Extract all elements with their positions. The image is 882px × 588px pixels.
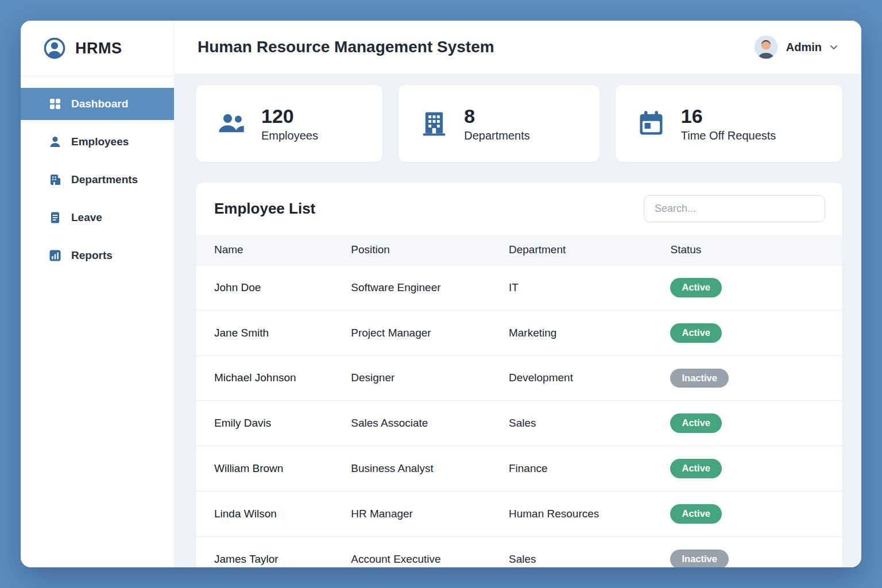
page-title: Human Resource Management System bbox=[198, 38, 494, 56]
stat-card-employees: 120 Employees bbox=[196, 85, 382, 162]
cell-name: Jane Smith bbox=[196, 310, 351, 355]
cell-department: Finance bbox=[509, 446, 671, 492]
topbar: Human Resource Management System Admin bbox=[175, 21, 861, 74]
cell-position: Business Analyst bbox=[351, 446, 509, 492]
cell-status: Active bbox=[670, 401, 842, 446]
sidebar-item-label: Employees bbox=[71, 136, 129, 148]
sidebar-item-label: Departments bbox=[71, 173, 138, 186]
chevron-down-icon bbox=[829, 42, 838, 52]
status-badge: Active bbox=[670, 278, 722, 297]
sidebar-item-label: Reports bbox=[71, 249, 113, 262]
stat-card-departments: 8 Departments bbox=[399, 85, 599, 162]
table-header-row: Name Position Department Status bbox=[196, 235, 842, 265]
app-window: HRMS Dashboard Employees bbox=[21, 21, 861, 567]
dashboard-icon bbox=[48, 97, 62, 111]
cell-name: Michael Johnson bbox=[196, 355, 351, 401]
building-icon bbox=[419, 109, 449, 138]
status-badge: Inactive bbox=[670, 369, 728, 388]
cell-department: Marketing bbox=[509, 310, 671, 355]
cell-status: Active bbox=[670, 310, 842, 355]
leave-icon bbox=[48, 211, 62, 225]
table-row: Emily Davis Sales Associate Sales Active bbox=[196, 401, 842, 446]
cell-department: Development bbox=[509, 355, 671, 401]
stat-text: 16 Time Off Requests bbox=[681, 105, 776, 142]
reports-icon bbox=[48, 249, 62, 262]
search-input[interactable] bbox=[644, 195, 825, 222]
sidebar-item-reports[interactable]: Reports bbox=[21, 239, 174, 272]
cell-position: Project Manager bbox=[351, 310, 509, 355]
stat-cards: 120 Employees bbox=[196, 85, 842, 162]
calendar-icon bbox=[636, 109, 666, 138]
cell-department: Human Resources bbox=[509, 491, 671, 536]
main-area: Human Resource Management System Admin bbox=[175, 21, 861, 567]
cell-name: John Doe bbox=[196, 265, 351, 311]
table-row: Linda Wilson HR Manager Human Resources … bbox=[196, 491, 842, 536]
stat-card-time-off: 16 Time Off Requests bbox=[616, 85, 842, 162]
status-badge: Active bbox=[670, 504, 722, 524]
stat-label: Employees bbox=[261, 129, 318, 142]
cell-department: Sales bbox=[509, 401, 671, 446]
employee-list-title: Employee List bbox=[214, 200, 315, 218]
stat-value: 8 bbox=[464, 105, 530, 127]
cell-position: HR Manager bbox=[351, 491, 509, 536]
departments-icon bbox=[48, 173, 62, 187]
cell-status: Active bbox=[670, 491, 842, 536]
cell-position: Account Executive bbox=[351, 536, 509, 567]
sidebar-item-departments[interactable]: Departments bbox=[21, 164, 174, 196]
table-row: William Brown Business Analyst Finance A… bbox=[196, 446, 842, 492]
column-header-name: Name bbox=[196, 235, 351, 265]
stat-label: Departments bbox=[464, 129, 530, 142]
hrms-logo-icon bbox=[42, 36, 67, 60]
sidebar-item-label: Dashboard bbox=[71, 98, 128, 110]
cell-name: William Brown bbox=[196, 446, 351, 492]
table-row: Michael Johnson Designer Development Ina… bbox=[196, 355, 842, 401]
status-badge: Inactive bbox=[670, 550, 728, 567]
user-avatar bbox=[753, 34, 779, 60]
cell-status: Inactive bbox=[670, 355, 842, 401]
cell-name: Linda Wilson bbox=[196, 491, 351, 536]
user-menu[interactable]: Admin bbox=[753, 34, 838, 60]
status-badge: Active bbox=[670, 323, 722, 343]
stat-text: 8 Departments bbox=[464, 105, 530, 142]
cell-position: Sales Associate bbox=[351, 401, 509, 446]
cell-status: Active bbox=[670, 446, 842, 492]
content-area: 120 Employees bbox=[175, 74, 861, 567]
sidebar-item-label: Leave bbox=[71, 211, 102, 224]
employees-icon bbox=[48, 135, 62, 149]
cell-name: Emily Davis bbox=[196, 401, 351, 446]
brand-name: HRMS bbox=[75, 40, 122, 57]
cell-status: Active bbox=[670, 265, 842, 311]
people-icon bbox=[216, 109, 246, 138]
column-header-position: Position bbox=[351, 235, 509, 265]
stat-value: 120 bbox=[261, 105, 318, 127]
status-badge: Active bbox=[670, 459, 722, 478]
status-badge: Active bbox=[670, 413, 722, 433]
sidebar-item-leave[interactable]: Leave bbox=[21, 202, 174, 234]
logo: HRMS bbox=[21, 21, 174, 76]
employee-list-panel: Employee List Name Position Department S… bbox=[196, 183, 842, 567]
stat-value: 16 bbox=[681, 105, 776, 127]
column-header-status: Status bbox=[670, 235, 842, 265]
stat-label: Time Off Requests bbox=[681, 129, 776, 142]
column-header-department: Department bbox=[509, 235, 671, 265]
table-row: James Taylor Account Executive Sales Ina… bbox=[196, 536, 842, 567]
sidebar: HRMS Dashboard Employees bbox=[21, 21, 175, 567]
table-row: Jane Smith Project Manager Marketing Act… bbox=[196, 310, 842, 355]
cell-position: Software Engineer bbox=[351, 265, 509, 311]
sidebar-item-employees[interactable]: Employees bbox=[21, 126, 174, 158]
sidebar-item-dashboard[interactable]: Dashboard bbox=[21, 88, 174, 120]
table-row: John Doe Software Engineer IT Active bbox=[196, 265, 842, 311]
cell-department: IT bbox=[509, 265, 671, 311]
cell-name: James Taylor bbox=[196, 536, 351, 567]
user-name: Admin bbox=[786, 41, 822, 54]
employee-list-header: Employee List bbox=[196, 183, 842, 235]
stat-text: 120 Employees bbox=[261, 105, 318, 142]
cell-status: Inactive bbox=[670, 536, 842, 567]
sidebar-nav: Dashboard Employees bbox=[21, 76, 174, 272]
cell-position: Designer bbox=[351, 355, 509, 401]
cell-department: Sales bbox=[509, 536, 671, 567]
employee-table: Name Position Department Status John Doe… bbox=[196, 235, 842, 567]
